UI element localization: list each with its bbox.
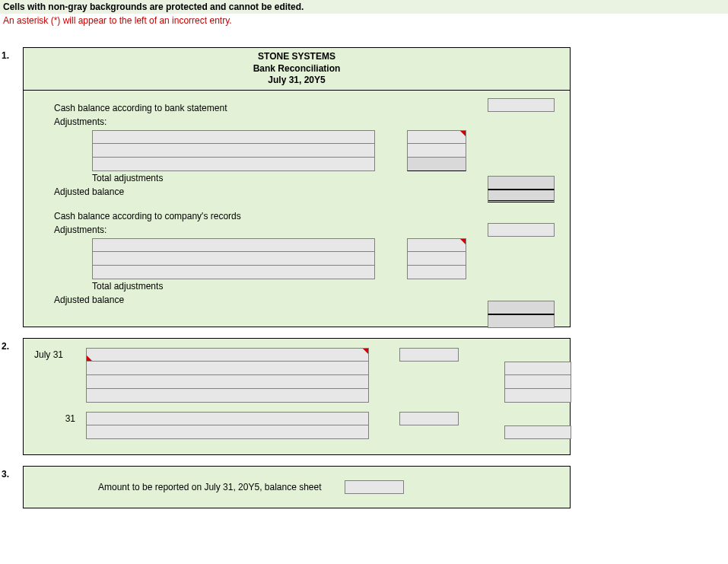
header-company: STONE SYSTEMS (24, 51, 570, 63)
section2-body: July 31 (24, 339, 570, 454)
company-cash-balance-label: Cash balance according to company's reco… (33, 211, 561, 221)
journal-credit-input[interactable] (504, 425, 571, 439)
company-total-adj-label: Total adjustments (33, 281, 561, 292)
section1-body: Cash balance according to bank statement… (24, 91, 570, 327)
journal-account-input[interactable] (86, 389, 369, 403)
bank-cash-balance-input[interactable] (488, 98, 555, 112)
problem-number-2: 2. (0, 338, 23, 352)
journal-account-input[interactable] (86, 412, 369, 425)
journal-account-input[interactable] (86, 362, 369, 375)
comment-indicator-icon (460, 239, 466, 244)
company-adj-amount-input[interactable] (407, 266, 466, 279)
panel-section-2: July 31 (23, 338, 571, 455)
section1-header: STONE SYSTEMS Bank Reconciliation July 3… (24, 48, 570, 91)
journal-account-input[interactable] (86, 375, 369, 389)
company-total-adj-input[interactable] (488, 301, 555, 314)
problem-number-1: 1. (0, 47, 23, 61)
problem-number-3: 3. (0, 466, 23, 480)
bank-adjusted-balance-label: Adjusted balance (33, 186, 561, 197)
journal-credit-input[interactable] (504, 362, 571, 375)
company-adj-desc-input[interactable] (92, 252, 375, 266)
company-adj-amount-input[interactable] (407, 238, 466, 252)
journal-account-input[interactable] (86, 425, 369, 439)
panel-section-3: Amount to be reported on July 31, 20Y5, … (23, 466, 571, 508)
panel-section-1: STONE SYSTEMS Bank Reconciliation July 3… (23, 47, 571, 327)
journal-credit-input[interactable] (504, 375, 571, 389)
bank-adj-amount-input[interactable] (407, 158, 466, 171)
journal-credit-input[interactable] (504, 389, 571, 403)
header-title: Bank Reconciliation (24, 63, 570, 75)
bank-adjusted-balance-input[interactable] (488, 190, 555, 202)
journal-date-2: 31 (33, 413, 86, 424)
company-adjusted-balance-label: Adjusted balance (33, 295, 561, 305)
bank-cash-balance-label: Cash balance according to bank statement (33, 103, 561, 113)
bank-adj-desc-input[interactable] (92, 158, 375, 171)
notice-protected: Cells with non-gray backgrounds are prot… (0, 0, 728, 14)
company-cash-balance-input[interactable] (488, 223, 555, 237)
bank-total-adj-input[interactable] (488, 176, 555, 190)
company-adjusted-balance-input[interactable] (488, 314, 555, 328)
company-adjustments-label: Adjustments: (33, 225, 561, 235)
bank-adj-amount-input[interactable] (407, 144, 466, 158)
journal-debit-input[interactable] (399, 412, 459, 425)
bank-adj-desc-input[interactable] (92, 130, 375, 144)
bank-total-adj-label: Total adjustments (33, 173, 561, 183)
company-adj-amount-input[interactable] (407, 252, 466, 266)
company-adj-desc-input[interactable] (92, 238, 375, 252)
journal-debit-input[interactable] (399, 348, 459, 362)
company-adj-desc-input[interactable] (92, 266, 375, 279)
bank-adj-amount-input[interactable] (407, 130, 466, 144)
bank-adj-desc-input[interactable] (92, 144, 375, 158)
journal-date-1: July 31 (33, 349, 86, 360)
comment-indicator-icon (87, 355, 92, 361)
header-date: July 31, 20Y5 (24, 75, 570, 87)
bank-adjustments-label: Adjustments: (33, 116, 561, 127)
balance-sheet-amount-input[interactable] (345, 480, 404, 494)
section3-body: Amount to be reported on July 31, 20Y5, … (24, 467, 570, 508)
comment-indicator-icon (460, 131, 466, 136)
comment-indicator-icon (363, 349, 368, 354)
notice-asterisk: An asterisk (*) will appear to the left … (0, 14, 728, 27)
balance-sheet-amount-label: Amount to be reported on July 31, 20Y5, … (98, 482, 322, 492)
journal-account-input[interactable] (86, 348, 369, 362)
